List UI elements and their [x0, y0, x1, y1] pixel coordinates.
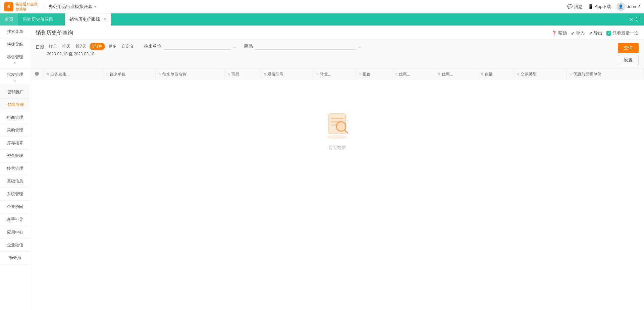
export-icon: ↗ [589, 31, 592, 36]
sidebar-item-search-menu[interactable]: 搜索菜单 [0, 25, 30, 38]
tab-sales-history[interactable]: 销售历史价跟踪 ✕ [65, 13, 111, 25]
sidebar-item-beginner-guide[interactable]: 新手引导 [0, 213, 30, 226]
col-quote[interactable]: ⇅ 报价 [356, 69, 392, 80]
sidebar-item-ecommerce-mgmt[interactable]: 电商管理 [0, 111, 30, 124]
partner-filter-group: 往来单位 ... [144, 43, 236, 50]
app-download-button[interactable]: 📱 App下载 [588, 4, 611, 10]
sort-arrows: ⇅ [227, 72, 230, 76]
help-button[interactable]: ❓ 帮助 [551, 30, 567, 36]
only-last-checkbox-label[interactable]: ✓ 只看最后一次 [606, 30, 639, 36]
filter-area: 日期 昨天 今天 近7天 近1月 更多 自定义 2023-02-18 至 202… [30, 40, 644, 69]
col-discount2[interactable]: ⇅ 优惠... [435, 69, 478, 80]
logo-text: 畅捷通好生意 标准版 [15, 2, 38, 11]
help-icon: ❓ [551, 31, 557, 36]
sort-arrows: ⇅ [517, 72, 520, 76]
export-button[interactable]: ↗ 导出 [589, 30, 602, 36]
sidebar-item-app-center[interactable]: 应用中心 [0, 226, 30, 239]
sidebar-item-purchase-mgmt[interactable]: 采购管理 [0, 124, 30, 137]
date-btn-yesterday[interactable]: 昨天 [47, 43, 59, 50]
empty-state: 暂无数据 [30, 80, 644, 177]
col-discount1[interactable]: ⇅ 优惠... [392, 69, 435, 80]
sort-arrows: ⇅ [264, 72, 266, 76]
top-bar-left: 6 畅捷通好生意 标准版 办公用品行业模拟账套 ▾ [4, 2, 96, 11]
product-dots[interactable]: ... [358, 44, 361, 49]
page-title: 销售历史价查询 [36, 30, 73, 37]
sort-arrows: ⇅ [158, 72, 161, 76]
date-btn-more[interactable]: 更多 [106, 43, 118, 50]
close-all-tabs-icon[interactable]: ✕ [629, 16, 633, 23]
col-business-date[interactable]: ⇅ 业务发生... [44, 69, 103, 80]
date-range-display: 2023-02-18 至 2023-03-18 [47, 51, 136, 57]
sidebar-item-wholesale-mgmt[interactable]: 批发管理 ▴ [0, 68, 30, 86]
product-label: 商品 [244, 43, 253, 49]
sidebar-item-quick-nav[interactable]: 快捷导航 [0, 38, 30, 51]
filter-dates: 昨天 今天 近7天 近1月 更多 自定义 2023-02-18 至 2023-0… [47, 43, 136, 57]
tab-bar-end: ✕ ⛶ [629, 16, 644, 23]
sidebar-item-sales-mgmt[interactable]: 销售管理 [0, 99, 30, 111]
page-header: 销售历史价查询 ❓ 帮助 ↙ 导入 ↗ 导出 ✓ [30, 25, 644, 40]
app-title-dropdown-icon[interactable]: ▾ [94, 4, 96, 9]
sort-arrows: ⇅ [395, 72, 398, 76]
sort-arrows: ⇅ [481, 72, 483, 76]
wholesale-mgmt-arrow: ▴ [14, 79, 16, 82]
sidebar-item-operations-mgmt[interactable]: 经营管理 [0, 162, 30, 175]
sidebar-item-system-mgmt[interactable]: 系统管理 [0, 188, 30, 201]
sidebar-item-basic-info[interactable]: 基础信息 [0, 175, 30, 188]
app-title: 办公用品行业模拟账套 [49, 4, 92, 10]
tab-purchase-history[interactable]: 采购历史价跟踪 ✕ [18, 13, 65, 25]
date-btn-7days[interactable]: 近7天 [74, 43, 88, 50]
settings-button[interactable]: 设置 [618, 55, 639, 65]
date-btn-today[interactable]: 今天 [60, 43, 72, 50]
col-partner-name[interactable]: ⇅ 往来单位名称 [156, 69, 225, 80]
sort-arrows: ⇅ [359, 72, 362, 76]
logo-icon: 6 [4, 2, 13, 11]
close-sales-history-tab[interactable]: ✕ [103, 17, 107, 22]
col-spec[interactable]: ⇅ 规格型号 [261, 69, 313, 80]
app-title-area[interactable]: 办公用品行业模拟账套 ▾ [49, 4, 96, 10]
col-quantity[interactable]: ⇅ 数量 [478, 69, 514, 80]
sidebar-item-marketing[interactable]: 营销推广 [0, 86, 30, 99]
data-table: ⇅ 业务发生... ⇅ 往来单位 ⇅ 往来单位名称 [30, 69, 644, 80]
partner-input[interactable] [163, 43, 230, 50]
import-icon: ↙ [571, 31, 575, 36]
sort-arrows: ⇅ [438, 72, 440, 76]
svg-rect-2 [331, 118, 343, 119]
maximize-icon[interactable]: ⛶ [636, 16, 641, 22]
import-button[interactable]: ↙ 导入 [571, 30, 585, 36]
col-unit[interactable]: ⇅ 计量... [313, 69, 356, 80]
date-btn-1month[interactable]: 近1月 [90, 43, 105, 50]
sort-arrows: ⇅ [316, 72, 319, 76]
sidebar-item-inventory[interactable]: 库存核算 [0, 137, 30, 150]
svg-point-9 [347, 120, 348, 121]
only-last-checkbox[interactable]: ✓ [606, 31, 611, 36]
sidebar: 搜索菜单 快捷导航 零售管理 ▾ 批发管理 ▴ 营销推广 销售管理 电商管理 采… [0, 25, 30, 310]
user-menu[interactable]: 👤 demo2 [616, 2, 640, 11]
col-partner-code[interactable]: ⇅ 往来单位 [103, 69, 156, 80]
col-settings[interactable] [30, 69, 44, 80]
sidebar-item-enterprise-wechat[interactable]: 企业微信 [0, 239, 30, 252]
app-download-icon: 📱 [588, 4, 593, 9]
sidebar-item-finance-mgmt[interactable]: 资金管理 [0, 150, 30, 162]
page-header-actions: ❓ 帮助 ↙ 导入 ↗ 导出 ✓ 只看最后一次 [551, 30, 639, 36]
message-icon: 💬 [567, 4, 573, 9]
content-area: 销售历史价查询 ❓ 帮助 ↙ 导入 ↗ 导出 ✓ [30, 25, 644, 310]
col-product[interactable]: ⇅ 商品 [225, 69, 261, 80]
col-trade-type[interactable]: ⇅ 交易类型 [514, 69, 567, 80]
product-filter-group: 商品 ... [244, 43, 361, 50]
svg-point-6 [338, 123, 344, 130]
product-input[interactable] [255, 43, 356, 50]
main-layout: 搜索菜单 快捷导航 零售管理 ▾ 批发管理 ▴ 营销推广 销售管理 电商管理 采… [0, 25, 644, 310]
col-pre-discount-price[interactable]: ⇅ 优惠前无税单价 [567, 69, 644, 80]
date-filter-label: 日期 [36, 43, 44, 50]
sidebar-item-enterprise-collab[interactable]: 企业协同 [0, 201, 30, 213]
tab-bar: 首页 采购历史价跟踪 ✕ 销售历史价跟踪 ✕ ✕ ⛶ [0, 13, 644, 25]
query-button[interactable]: 查询 [618, 43, 639, 53]
tab-home[interactable]: 首页 [0, 13, 18, 25]
sidebar-item-retail-mgmt[interactable]: 零售管理 ▾ [0, 51, 30, 68]
message-button[interactable]: 💬 消息 [567, 4, 583, 10]
close-purchase-history-tab[interactable]: ✕ [57, 17, 60, 22]
sidebar-item-member[interactable]: 畅会员 [0, 252, 30, 264]
date-btn-custom[interactable]: 自定义 [120, 43, 136, 50]
filter-buttons: 查询 设置 [618, 43, 639, 65]
partner-dots[interactable]: ... [232, 44, 236, 49]
